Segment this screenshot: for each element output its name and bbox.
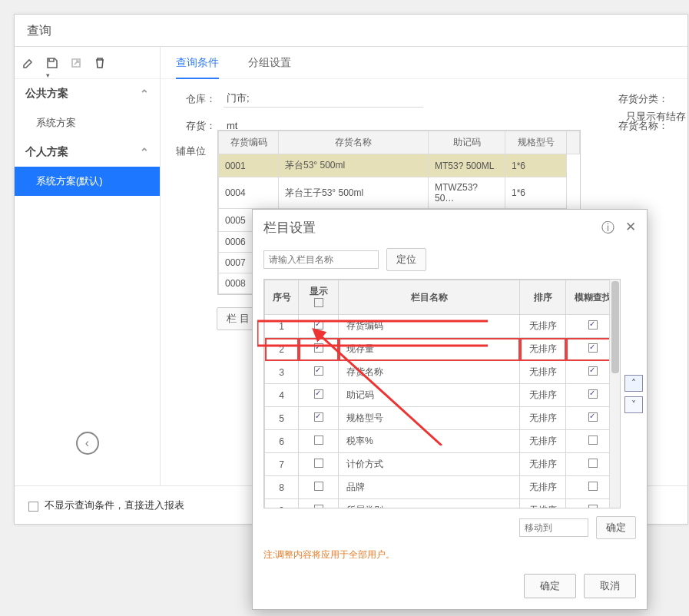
col-name[interactable]: 存货名称 [279, 131, 429, 154]
fuzzy-checkbox[interactable] [588, 366, 598, 376]
col-code[interactable]: 存货编码 [219, 131, 279, 154]
col-show[interactable]: 显示 [299, 280, 339, 315]
back-button[interactable]: ‹ [76, 432, 99, 455]
moveto-ok-button[interactable]: 确定 [596, 516, 636, 539]
show-checkbox[interactable] [314, 320, 323, 330]
show-checkbox[interactable] [314, 389, 323, 399]
open-external-icon[interactable] [70, 57, 82, 69]
plan-item-personal-default[interactable]: 系统方案(默认) [15, 167, 160, 196]
column-row[interactable]: 5规格型号无排序 [265, 407, 620, 430]
column-row[interactable]: 7计价方式无排序 [265, 453, 620, 476]
move-up-button[interactable]: ˄ [624, 375, 643, 392]
show-checkbox[interactable] [314, 459, 323, 468]
save-icon[interactable]: ▾ [46, 57, 58, 69]
modal-scrollbar[interactable] [609, 280, 620, 508]
inventory-label: 存货： [176, 119, 216, 133]
moveto-input[interactable] [519, 518, 588, 537]
col-no[interactable]: 序号 [265, 280, 299, 315]
column-table: 序号 显示 栏目名称 排序 模糊查找 1存货编码无排序2现存量无排序3存货名称无… [263, 279, 621, 508]
column-row[interactable]: 9所属类别无排序 [265, 499, 620, 509]
cancel-button[interactable]: 取消 [584, 574, 636, 598]
column-row[interactable]: 3存货名称无排序 [265, 361, 620, 384]
help-icon[interactable]: ⓘ [601, 219, 614, 237]
section-public-plans[interactable]: 公共方案 ⌃ [15, 79, 160, 108]
aux-unit-label: 辅单位 [176, 144, 206, 158]
show-checkbox[interactable] [314, 366, 323, 376]
column-row[interactable]: 4助记码无排序 [265, 384, 620, 407]
locate-button[interactable]: 定位 [386, 248, 426, 271]
warehouse-label: 仓库： [176, 92, 216, 106]
column-row[interactable]: 1存货编码无排序 [265, 315, 620, 338]
delete-icon[interactable] [94, 57, 106, 69]
fuzzy-checkbox[interactable] [588, 505, 598, 508]
fuzzy-checkbox[interactable] [588, 482, 598, 491]
move-down-button[interactable]: ˅ [624, 396, 643, 413]
column-settings-modal: 栏目设置 ⓘ ✕ 定位 序号 显示 栏目名称 排序 模糊查找 1存货编码无排序2… [252, 209, 648, 610]
fuzzy-checkbox[interactable] [588, 436, 598, 445]
sidebar-toolbar: ▾ [15, 47, 160, 79]
chevron-up-icon: ⌃ [140, 88, 149, 100]
section-label: 个人方案 [25, 145, 68, 159]
section-label: 公共方案 [25, 87, 68, 101]
column-search-input[interactable] [263, 250, 379, 269]
edit-icon[interactable] [22, 57, 35, 69]
warehouse-field[interactable]: 门市; [224, 90, 423, 108]
tab-query-conditions[interactable]: 查询条件 [176, 56, 219, 79]
show-checkbox[interactable] [314, 412, 323, 422]
tab-group-settings[interactable]: 分组设置 [248, 56, 291, 78]
col-mnemonic[interactable]: 助记码 [429, 131, 505, 154]
modal-title: 栏目设置 [263, 219, 316, 237]
lookup-scrollbar[interactable] [567, 131, 580, 154]
sidebar: ▾ 公共方案 ⌃ 系统方案 个人方案 ⌃ 系统方案(默认) ‹ [15, 47, 161, 485]
show-checkbox[interactable] [314, 505, 323, 508]
fuzzy-checkbox[interactable] [588, 343, 598, 353]
only-balance-label: 只显示有结存 [624, 102, 687, 131]
show-checkbox[interactable] [314, 343, 323, 353]
column-row[interactable]: 8品牌无排序 [265, 476, 620, 499]
plan-item-public-default[interactable]: 系统方案 [15, 108, 160, 137]
lookup-row[interactable]: 0001茅台53° 500mlMT53? 500ML1*6 [219, 154, 580, 177]
col-sort[interactable]: 排序 [520, 280, 566, 315]
window-title: 查询 [15, 15, 687, 47]
close-icon[interactable]: ✕ [625, 219, 636, 237]
lookup-row[interactable]: 0004茅台王子53° 500mlMTWZ53? 50…1*6 [219, 177, 580, 209]
column-row[interactable]: 2现存量无排序 [265, 338, 620, 361]
skip-conditions-checkbox[interactable] [28, 502, 38, 512]
fuzzy-checkbox[interactable] [588, 320, 598, 330]
column-row[interactable]: 6税率%无排序 [265, 430, 620, 453]
tabs: 查询条件 分组设置 [161, 47, 687, 79]
section-personal-plans[interactable]: 个人方案 ⌃ [15, 137, 160, 167]
chevron-up-icon: ⌃ [140, 146, 149, 158]
show-checkbox[interactable] [314, 436, 323, 445]
show-checkbox[interactable] [314, 482, 323, 491]
ok-button[interactable]: 确定 [524, 574, 576, 598]
fuzzy-checkbox[interactable] [588, 459, 598, 468]
fuzzy-checkbox[interactable] [588, 389, 598, 399]
col-spec[interactable]: 规格型号 [505, 131, 567, 154]
col-colname[interactable]: 栏目名称 [339, 280, 520, 315]
fuzzy-checkbox[interactable] [588, 412, 598, 422]
note-text: 注:调整内容将应用于全部用户。 [253, 547, 647, 566]
show-all-checkbox[interactable] [314, 298, 323, 307]
skip-conditions-label: 不显示查询条件，直接进入报表 [45, 498, 184, 512]
